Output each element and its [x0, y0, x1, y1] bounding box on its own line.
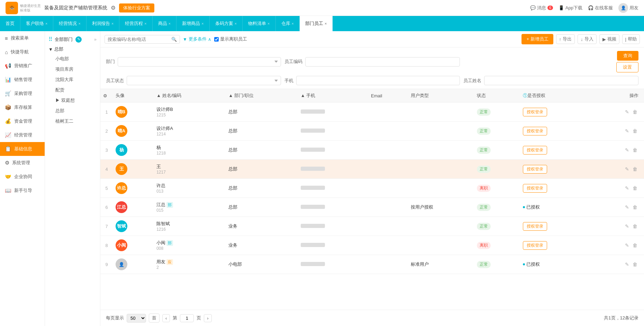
- empname-filter-input[interactable]: [484, 76, 638, 85]
- sidebar-item-search[interactable]: ≡ 搜索菜单: [0, 31, 45, 45]
- add-employee-button[interactable]: + 新增员工: [521, 34, 553, 44]
- edit-button[interactable]: ✎: [625, 128, 629, 134]
- delete-button[interactable]: 🗑: [633, 204, 637, 210]
- app-download-button[interactable]: 📱 App下载: [559, 5, 582, 11]
- next-page-button[interactable]: ›: [204, 314, 211, 322]
- dept-item-project[interactable]: 项目库房: [45, 64, 100, 74]
- close-icon[interactable]: ×: [78, 21, 80, 26]
- dept-collapse-button[interactable]: »: [94, 37, 97, 42]
- export-button[interactable]: ↑ 导出: [556, 34, 575, 44]
- sidebar-item-guide[interactable]: 📖 新手引导: [0, 184, 45, 197]
- dept-item-zongbu[interactable]: 总部: [45, 106, 100, 116]
- delete-button[interactable]: 🗑: [633, 185, 637, 191]
- close-icon[interactable]: ×: [111, 21, 114, 26]
- tab-product[interactable]: 商品 ×: [153, 16, 176, 31]
- first-page-button[interactable]: 首: [149, 314, 160, 323]
- dept-edit-icon[interactable]: ✎: [75, 36, 82, 43]
- close-icon[interactable]: ×: [144, 21, 146, 26]
- search-input[interactable]: [108, 37, 170, 42]
- sidebar-item-label: 销售管理: [14, 77, 32, 83]
- filter-button[interactable]: ▼ 更多条件 ∧: [183, 36, 211, 42]
- authorize-button[interactable]: 授权登录: [523, 184, 547, 193]
- search-icon[interactable]: 🔍: [171, 37, 177, 42]
- close-icon[interactable]: ×: [169, 21, 171, 26]
- delete-button[interactable]: 🗑: [633, 262, 637, 267]
- empstatus-filter-select[interactable]: [127, 76, 281, 85]
- sidebar-item-system[interactable]: ⚙ 系统管理: [0, 156, 45, 170]
- prev-page-button[interactable]: ‹: [162, 314, 170, 322]
- sidebar-item-finance[interactable]: 💰 资金管理: [0, 114, 45, 128]
- edit-button[interactable]: ✎: [625, 109, 629, 115]
- set-button[interactable]: 设置: [616, 62, 638, 72]
- message-button[interactable]: 💬 消息 6: [530, 5, 553, 11]
- service-button[interactable]: 🎧 在线客服: [588, 5, 613, 11]
- close-icon[interactable]: ×: [235, 21, 237, 26]
- edit-button[interactable]: ✎: [625, 204, 629, 210]
- delete-button[interactable]: 🗑: [633, 128, 637, 134]
- resign-checkbox[interactable]: [214, 37, 219, 42]
- tab-employees[interactable]: 部门员工 ×: [300, 16, 333, 31]
- view-button[interactable]: ▶ 视频: [599, 34, 619, 44]
- authorize-button[interactable]: 授权登录: [523, 222, 547, 231]
- edit-button[interactable]: ✎: [625, 223, 629, 229]
- sidebar-item-quicknav[interactable]: ⌂ 快捷导航: [0, 45, 45, 59]
- sidebar-item-purchase[interactable]: 🛒 采购管理: [0, 87, 45, 100]
- authorize-button[interactable]: 授权登录: [523, 241, 547, 250]
- close-icon[interactable]: ×: [267, 21, 270, 26]
- sidebar-item-collab[interactable]: 🤝 企业协同: [0, 170, 45, 184]
- gear-icon[interactable]: ⚙: [111, 5, 116, 11]
- edit-button[interactable]: ✎: [625, 243, 629, 248]
- dept-item-zhushuwang[interactable]: 植树王二: [45, 116, 100, 126]
- close-icon[interactable]: ×: [201, 21, 203, 26]
- dept-item-shenyang[interactable]: 沈阳大库: [45, 74, 100, 85]
- dept-item-peihuo[interactable]: 配货: [45, 85, 100, 95]
- sidebar-item-marketing[interactable]: 📢 营销推广: [0, 59, 45, 73]
- delete-button[interactable]: 🗑: [633, 147, 637, 153]
- help-button[interactable]: | 帮助: [622, 34, 640, 44]
- sidebar-item-business[interactable]: 📈 经营管理: [0, 128, 45, 142]
- tab-profit[interactable]: 利润报告 ×: [87, 16, 119, 31]
- dept-filter-select[interactable]: [118, 57, 281, 67]
- empcode-filter-input[interactable]: [305, 57, 460, 67]
- close-icon[interactable]: ×: [292, 21, 294, 26]
- tab-add-product[interactable]: 新增商品 ×: [176, 16, 209, 31]
- import-button[interactable]: ↓ 导入: [578, 34, 597, 44]
- sidebar-item-basic[interactable]: 📋 基础信息: [0, 142, 45, 156]
- edit-button[interactable]: ✎: [625, 147, 629, 153]
- employee-code: 1218: [156, 151, 223, 156]
- user-area[interactable]: 👤 用友: [618, 3, 638, 13]
- delete-button[interactable]: 🗑: [633, 223, 637, 229]
- delete-button[interactable]: 🗑: [633, 166, 637, 172]
- settings-icon[interactable]: ⚙: [103, 93, 107, 98]
- close-icon[interactable]: ×: [45, 21, 47, 26]
- phone-filter-input[interactable]: [296, 76, 460, 85]
- tab-history[interactable]: 经营历程 ×: [119, 16, 152, 31]
- dept-item-xiaodian[interactable]: 小电部: [45, 54, 100, 64]
- close-icon[interactable]: ×: [325, 21, 327, 26]
- authorize-button[interactable]: 授权登录: [523, 127, 547, 135]
- authorize-button[interactable]: 授权登录: [523, 146, 547, 155]
- delete-button[interactable]: 🗑: [633, 109, 637, 115]
- cell-name: 杨 1218: [154, 141, 226, 160]
- tab-home[interactable]: 首页: [0, 16, 20, 31]
- tab-warehouse[interactable]: 仓库 ×: [276, 16, 300, 31]
- tab-bom[interactable]: 物料清单 ×: [243, 16, 275, 31]
- tab-customer[interactable]: 客户联络 ×: [20, 16, 53, 31]
- trial-button[interactable]: 体验行业方案: [119, 3, 154, 12]
- show-resign-checkbox[interactable]: 显示离职员工: [214, 36, 247, 42]
- dept-item-shuangtingxiang[interactable]: ▶ 双庭想: [45, 95, 100, 106]
- edit-button[interactable]: ✎: [625, 262, 629, 267]
- tab-barcode[interactable]: 条码方案 ×: [210, 16, 243, 31]
- sidebar-item-inventory[interactable]: 📦 库存核算: [0, 100, 45, 114]
- tab-operation[interactable]: 经营情况 ×: [53, 16, 86, 31]
- edit-button[interactable]: ✎: [625, 166, 629, 172]
- dept-group-title[interactable]: ▼ 总部: [48, 46, 97, 52]
- authorize-button[interactable]: 授权登录: [523, 165, 547, 174]
- page-input[interactable]: [180, 314, 194, 322]
- edit-button[interactable]: ✎: [625, 185, 629, 191]
- delete-button[interactable]: 🗑: [633, 243, 637, 248]
- sidebar-item-sales[interactable]: 📊 销售管理: [0, 73, 45, 87]
- per-page-select[interactable]: 50 20 100: [127, 314, 146, 323]
- authorize-button[interactable]: 授权登录: [523, 108, 547, 116]
- query-button[interactable]: 查询: [617, 51, 638, 61]
